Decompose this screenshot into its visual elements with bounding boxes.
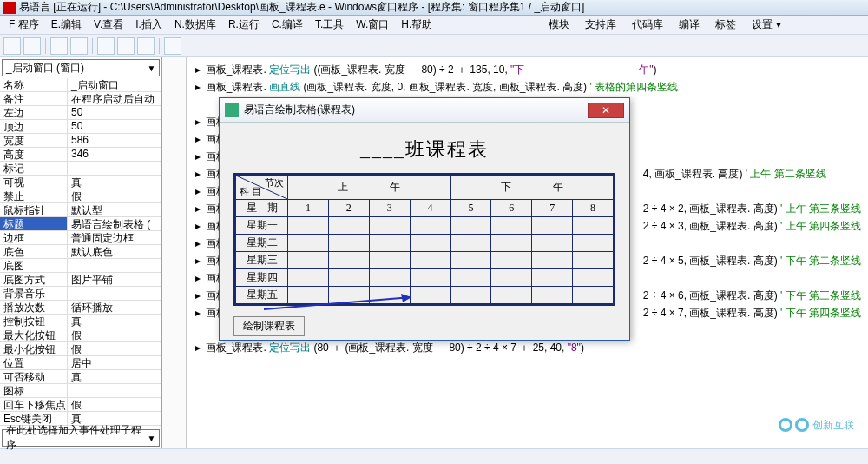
property-value[interactable]: 易语言绘制表格 ( [68, 217, 161, 230]
property-name: 底图 [0, 259, 68, 272]
menu-settings[interactable]: 设置 ▾ [746, 16, 786, 34]
property-value[interactable] [68, 287, 161, 300]
menu-module[interactable]: 模块 [543, 16, 575, 34]
toolbar-button[interactable] [50, 37, 68, 55]
menu-compile2[interactable]: 编译 [674, 16, 705, 34]
property-row[interactable]: 播放次数循环播放 [0, 301, 161, 315]
col-number: 7 [532, 200, 573, 217]
property-row[interactable]: 名称_启动窗口 [0, 78, 161, 92]
property-name: 最小化按钮 [0, 342, 68, 355]
timetable: 节次科 目上 午下 午星 期12345678星期一星期二星期三星期四星期五 [235, 175, 614, 304]
property-row[interactable]: 标记 [0, 162, 161, 176]
draw-timetable-button[interactable]: 绘制课程表 [233, 316, 305, 336]
property-grid[interactable]: 名称_启动窗口备注在程序启动后自动左边50顶边50宽度586高度346标记可视真… [0, 78, 161, 428]
dialog-title-bar[interactable]: 易语言绘制表格(课程表) ✕ [220, 98, 629, 123]
col-number: 4 [410, 200, 450, 217]
property-value[interactable] [68, 259, 161, 272]
property-row[interactable]: 图标 [0, 384, 161, 398]
menu-window[interactable]: W.窗口 [351, 16, 394, 34]
col-number: 8 [573, 200, 614, 217]
property-row[interactable]: 可否移动真 [0, 370, 161, 384]
property-row[interactable]: 备注在程序启动后自动 [0, 92, 161, 106]
menu-view[interactable]: V.查看 [89, 16, 128, 34]
property-value[interactable]: 假 [68, 328, 161, 341]
property-value[interactable]: _启动窗口 [68, 78, 161, 91]
property-value[interactable]: 真 [68, 370, 161, 383]
property-row[interactable]: 高度346 [0, 148, 161, 162]
menu-program[interactable]: F 程序 [3, 16, 44, 34]
property-value[interactable]: 循环播放 [68, 301, 161, 314]
menu-insert[interactable]: I.插入 [130, 16, 168, 34]
dialog-body: ____班课程表 节次科 目上 午下 午星 期12345678星期一星期二星期三… [220, 123, 629, 345]
menu-support-lib[interactable]: 支持库 [580, 16, 621, 34]
toolbar-button[interactable] [164, 37, 181, 55]
property-row[interactable]: 位置居中 [0, 356, 161, 370]
toolbar-button[interactable] [70, 37, 88, 55]
property-name: 位置 [0, 356, 68, 369]
property-row[interactable]: 最大化按钮假 [0, 328, 161, 342]
menu-bar: F 程序 E.编辑 V.查看 I.插入 N.数据库 R.运行 C.编译 T.工具… [0, 16, 868, 35]
property-row[interactable]: 控制按钮真 [0, 315, 161, 328]
property-row[interactable]: 左边50 [0, 106, 161, 120]
timetable-cell [288, 252, 329, 269]
event-selector[interactable]: 在此处选择加入事件处理子程序 ▼ [2, 429, 160, 447]
timetable-cell [573, 269, 614, 287]
property-row[interactable]: 底色默认底色 [0, 245, 161, 259]
property-value[interactable]: 50 [68, 120, 161, 133]
toolbar-button[interactable] [23, 37, 41, 55]
property-value[interactable]: 假 [68, 189, 161, 202]
property-value[interactable]: 假 [68, 342, 161, 355]
menu-tools[interactable]: T.工具 [310, 16, 349, 34]
property-value[interactable]: 346 [68, 148, 161, 161]
property-row[interactable]: 背景音乐 [0, 287, 161, 301]
timetable-cell [573, 252, 614, 269]
toolbar-button[interactable] [137, 37, 155, 55]
dialog-icon [225, 103, 239, 117]
timetable-cell [288, 269, 329, 287]
property-value[interactable]: 真 [68, 176, 161, 189]
property-value[interactable]: 在程序启动后自动 [68, 92, 161, 105]
menu-edit[interactable]: E.编辑 [46, 16, 87, 34]
timetable-cell [288, 235, 329, 252]
property-value[interactable]: 586 [68, 134, 161, 147]
property-row[interactable]: 回车下移焦点假 [0, 398, 161, 412]
dialog-close-button[interactable]: ✕ [588, 103, 624, 118]
object-selector[interactable]: _启动窗口 (窗口) ▼ [2, 59, 160, 76]
property-value[interactable]: 图片平铺 [68, 273, 161, 286]
property-value[interactable] [68, 384, 161, 397]
property-row[interactable]: 标题易语言绘制表格 ( [0, 217, 161, 231]
menu-code-lib[interactable]: 代码库 [627, 16, 668, 34]
property-row[interactable]: 边框普通固定边框 [0, 231, 161, 245]
property-value[interactable]: 50 [68, 106, 161, 119]
col-number: 5 [450, 200, 491, 217]
property-row[interactable]: 宽度586 [0, 134, 161, 148]
menu-help[interactable]: H.帮助 [396, 16, 437, 34]
toolbar-button[interactable] [117, 37, 135, 55]
property-row[interactable]: 鼠标指针默认型 [0, 203, 161, 217]
property-name: 备注 [0, 92, 68, 105]
day-row-header: 星期二 [236, 235, 288, 252]
menu-tags[interactable]: 标签 [710, 16, 741, 34]
timetable-cell [573, 235, 614, 252]
property-value[interactable]: 普通固定边框 [68, 231, 161, 244]
property-value[interactable]: 真 [68, 315, 161, 328]
property-row[interactable]: 底图方式图片平铺 [0, 273, 161, 287]
property-value[interactable]: 默认型 [68, 203, 161, 216]
property-row[interactable]: 底图 [0, 259, 161, 273]
watermark-logo: 创新互联 [773, 403, 859, 447]
menu-run[interactable]: R.运行 [223, 16, 265, 34]
property-name: 名称 [0, 78, 68, 91]
property-value[interactable] [68, 162, 161, 175]
menu-compile[interactable]: C.编译 [266, 16, 308, 34]
property-value[interactable]: 默认底色 [68, 245, 161, 258]
menu-database[interactable]: N.数据库 [169, 16, 221, 34]
property-row[interactable]: 顶边50 [0, 120, 161, 134]
toolbar-button[interactable] [97, 37, 115, 55]
property-row[interactable]: 可视真 [0, 176, 161, 189]
property-value[interactable]: 居中 [68, 356, 161, 369]
toolbar-separator [92, 38, 93, 54]
toolbar-button[interactable] [3, 37, 21, 55]
property-row[interactable]: 禁止假 [0, 189, 161, 203]
property-value[interactable]: 假 [68, 398, 161, 411]
property-row[interactable]: 最小化按钮假 [0, 342, 161, 356]
